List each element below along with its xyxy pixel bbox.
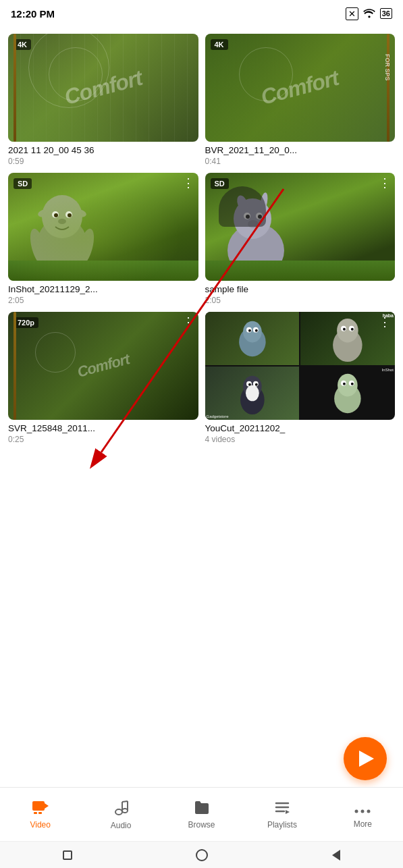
video-grid: 4K Comfort 2021 11 20_00 45 36 0:59 4K C…: [0, 27, 403, 451]
nav-item-playlists[interactable]: Playlists: [242, 788, 322, 841]
home-button[interactable]: [192, 846, 211, 865]
more-nav-icon: [354, 801, 371, 817]
bottom-nav: Video Audio Browse: [0, 787, 403, 841]
video-thumb-3: SD ⋮: [8, 173, 198, 281]
svg-point-40: [254, 383, 257, 386]
status-bar: 12:20 PM ✕ 36: [0, 0, 403, 27]
svg-point-33: [351, 328, 354, 331]
playlists-nav-icon: [274, 800, 290, 817]
svg-point-8: [58, 219, 66, 224]
badge-2: 4K: [211, 39, 228, 50]
svg-point-62: [355, 809, 358, 813]
nav-item-audio[interactable]: Audio: [80, 788, 161, 841]
video-item-6[interactable]: ⋮ haba: [205, 312, 396, 444]
svg-point-26: [248, 329, 250, 332]
video-title-4: sample file: [205, 284, 396, 294]
recent-apps-button[interactable]: [58, 846, 77, 865]
nav-label-more: More: [354, 819, 372, 829]
svg-point-9: [27, 227, 50, 267]
nav-item-more[interactable]: More: [323, 788, 403, 841]
video-item-1[interactable]: 4K Comfort 2021 11 20_00 45 36 0:59: [8, 34, 198, 166]
badge-5: 720p: [14, 317, 38, 328]
svg-point-45: [343, 383, 346, 385]
play-icon: [359, 751, 374, 767]
collage-cell-1: [205, 312, 300, 365]
svg-point-64: [367, 809, 371, 813]
collage-cell-3: Gadgetstore: [205, 367, 300, 420]
video-duration-1: 0:59: [8, 157, 198, 166]
collage-cell-4: InShot: [300, 367, 395, 420]
video-thumb-6: ⋮ haba: [205, 312, 396, 420]
more-btn-4[interactable]: ⋮: [379, 177, 391, 189]
svg-rect-51: [34, 812, 37, 814]
more-btn-5[interactable]: ⋮: [182, 316, 194, 328]
svg-point-6: [54, 213, 58, 217]
chopstick-right: [387, 34, 389, 142]
svg-point-29: [337, 319, 358, 343]
more-btn-3[interactable]: ⋮: [182, 177, 194, 189]
svg-point-46: [351, 383, 354, 385]
video-item-5[interactable]: 720p ⋮ Comfort SVR_125848_2011... 0:25: [8, 312, 198, 444]
video-duration-2: 0:41: [205, 157, 396, 166]
svg-point-36: [246, 385, 259, 402]
back-icon: [332, 850, 340, 861]
svg-marker-50: [45, 803, 49, 809]
collage-char-1: [205, 312, 300, 365]
nav-label-video: Video: [30, 820, 50, 830]
more-btn-6[interactable]: ⋮: [379, 316, 391, 328]
svg-point-32: [343, 328, 346, 331]
svg-point-0: [36, 217, 88, 277]
video-title-1: 2021 11 20_00 45 36: [8, 145, 198, 155]
svg-rect-52: [38, 812, 42, 814]
svg-point-54: [122, 809, 128, 813]
video-item-3[interactable]: SD ⋮: [8, 173, 198, 305]
android-navigation-bar: [0, 841, 403, 868]
badge-3: SD: [14, 178, 32, 189]
nav-label-browse: Browse: [188, 820, 215, 830]
grass-ground-3: [8, 261, 198, 281]
nav-item-video[interactable]: Video: [0, 788, 80, 841]
svg-line-57: [122, 801, 128, 802]
deco-circle-5: [35, 332, 76, 373]
status-time: 12:20 PM: [11, 8, 55, 20]
cave-entrance: [219, 186, 266, 227]
svg-point-3: [75, 209, 87, 219]
svg-marker-61: [286, 810, 290, 814]
svg-point-42: [338, 374, 358, 397]
browse-nav-icon: [194, 800, 210, 817]
recent-apps-icon: [63, 850, 72, 860]
video-grid-container: 4K Comfort 2021 11 20_00 45 36 0:59 4K C…: [0, 27, 403, 566]
back-button[interactable]: [327, 846, 346, 865]
nav-item-browse[interactable]: Browse: [161, 788, 242, 841]
video-thumb-1: 4K Comfort: [8, 34, 198, 142]
svg-point-23: [243, 321, 262, 343]
collage-char-3: [205, 367, 300, 420]
video-title-3: InShot_20211129_2...: [8, 284, 198, 294]
video-nav-icon: [32, 800, 49, 817]
svg-point-63: [361, 809, 365, 813]
svg-point-5: [65, 211, 72, 218]
for-sps-text: FOR SPS: [384, 54, 391, 81]
video-item-4[interactable]: SD ⋮: [205, 173, 396, 305]
collage-char-4: [300, 367, 395, 420]
video-item-2[interactable]: 4K Comfort FOR SPS BVR_2021_11_20_0... 0…: [205, 34, 396, 166]
chopstick-left: [14, 34, 16, 142]
video-title-2: BVR_2021_11_20_0...: [205, 145, 396, 155]
chopstick-5: [14, 312, 16, 420]
video-duration-5: 0:25: [8, 435, 198, 444]
svg-point-10: [74, 227, 97, 267]
x-icon: ✕: [346, 7, 358, 20]
svg-rect-49: [32, 801, 45, 811]
deco-circle-3: [239, 47, 293, 101]
video-duration-3: 2:05: [8, 296, 198, 305]
svg-point-4: [52, 211, 59, 218]
svg-point-27: [254, 329, 257, 332]
home-icon: [196, 849, 208, 861]
battery-icon: 36: [380, 8, 392, 19]
svg-point-7: [68, 213, 72, 217]
video-title-5: SVR_125848_2011...: [8, 423, 198, 433]
fab-play-button[interactable]: [344, 737, 387, 780]
video-title-6: YouCut_20211202_: [205, 423, 396, 433]
status-icons: ✕ 36: [346, 7, 392, 20]
svg-point-1: [42, 195, 82, 238]
